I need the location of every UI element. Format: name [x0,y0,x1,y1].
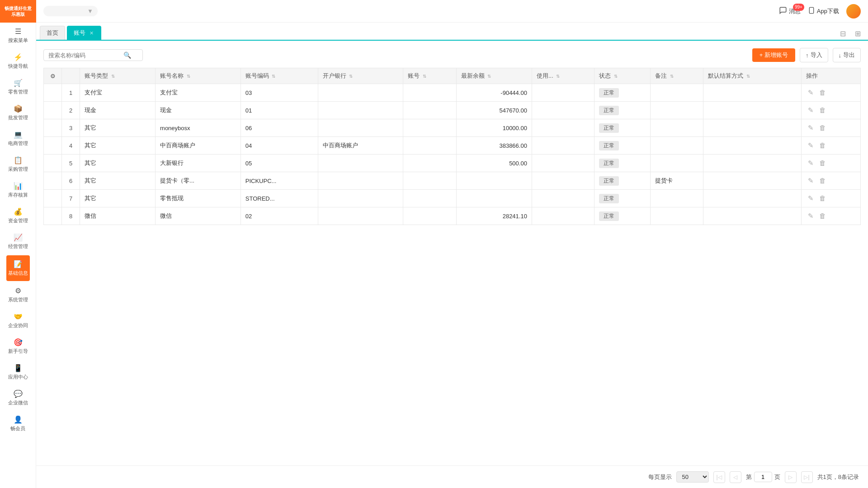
topbar-search-input[interactable] [49,8,85,14]
business-manage-icon: 📈 [14,233,23,242]
row-settings-3 [44,137,62,155]
add-account-button[interactable]: + 新增账号 [752,48,795,62]
sidebar-item-search-menu[interactable]: ☰搜索菜单 [5,23,32,48]
page-first-button[interactable]: |◁ [713,471,725,483]
row-code-3: 04 [241,137,318,155]
col-settings[interactable]: ⚙ [44,68,62,84]
row-name-7: 微信 [156,207,241,225]
edit-button-6[interactable]: ✎ [806,193,816,203]
row-settings-1 [44,102,62,119]
sidebar-item-system-manage[interactable]: ⚙系统管理 [5,282,32,308]
sidebar-item-stock-calc[interactable]: 📊库存核算 [5,177,32,203]
sidebar-item-ecommerce-manage[interactable]: 💻电商管理 [5,126,32,151]
page-last-button[interactable]: ▷| [801,471,813,483]
export-button[interactable]: ↓ 导出 [833,48,861,62]
newbie-guide-label: 新手引导 [8,348,28,355]
row-action-0: ✎ 🗑 [802,84,861,102]
total-info: 共1页，8条记录 [817,473,859,481]
topbar-dropdown-icon[interactable]: ▼ [87,8,93,14]
sidebar-item-wholesale-manage[interactable]: 📦批发管理 [5,100,32,126]
row-default-payment-3 [703,137,802,155]
row-default-payment-4 [703,155,802,172]
topbar-left: ▼ [43,6,98,16]
delete-button-3[interactable]: 🗑 [817,141,828,150]
delete-button-4[interactable]: 🗑 [817,158,828,168]
edit-button-0[interactable]: ✎ [806,88,816,98]
tab-minimize-button[interactable]: ⊟ [836,28,849,40]
page-next-button[interactable]: ▷ [785,471,797,483]
tab-maximize-button[interactable]: ⊞ [851,28,864,40]
search-icon[interactable]: 🔍 [123,52,131,59]
row-action-7: ✎ 🗑 [802,207,861,225]
row-num-1: 2 [62,102,80,119]
delete-button-0[interactable]: 🗑 [817,88,828,97]
col-code[interactable]: 账号编码 ⇅ [241,68,318,84]
edit-button-1[interactable]: ✎ [806,105,816,115]
account-search-input[interactable] [48,52,121,59]
tab-account[interactable]: 账号✕ [67,26,101,40]
sidebar-item-business-manage[interactable]: 📈经营管理 [5,229,32,254]
sidebar-item-quick-nav[interactable]: ⚡快捷导航 [5,48,32,74]
edit-button-3[interactable]: ✎ [806,141,816,150]
message-button[interactable]: 消息 99+ [779,6,801,16]
import-button[interactable]: ↑ 导入 [800,48,828,62]
col-type[interactable]: 账号类型 ⇅ [80,68,156,84]
sidebar-item-app-center[interactable]: 📱应用中心 [5,359,32,385]
row-remark-4 [650,155,703,172]
row-remark-7 [650,207,703,225]
row-code-7: 02 [241,207,318,225]
sidebar-item-newbie-guide[interactable]: 🎯新手引导 [5,333,32,359]
tab-home[interactable]: 首页 [40,26,65,40]
col-bank[interactable]: 开户银行 ⇅ [318,68,403,84]
edit-button-5[interactable]: ✎ [806,176,816,186]
sidebar-item-basic-info[interactable]: 📝基础信息 [6,255,30,281]
row-usage-7 [532,207,594,225]
col-balance[interactable]: 最新余额 ⇅ [456,68,532,84]
message-icon [779,6,787,16]
sidebar-item-purchase-manage[interactable]: 📋采购管理 [5,151,32,177]
row-account-4 [403,155,456,172]
page-input[interactable] [754,472,772,482]
row-usage-3 [532,137,594,155]
row-action-5: ✎ 🗑 [802,172,861,190]
row-code-0: 03 [241,84,318,102]
sidebar-item-enterprise-wechat[interactable]: 💬企业微信 [5,385,32,411]
edit-button-4[interactable]: ✎ [806,158,816,168]
edit-button-7[interactable]: ✎ [806,211,816,221]
col-remark[interactable]: 备注 ⇅ [650,68,703,84]
col-account[interactable]: 账号 ⇅ [403,68,456,84]
row-bank-0 [318,84,403,102]
app-download-button[interactable]: App下载 [808,7,839,15]
per-page-select[interactable]: 50 20 100 [676,471,709,483]
delete-button-1[interactable]: 🗑 [817,105,828,115]
col-status[interactable]: 状态 ⇅ [594,68,651,84]
row-remark-1 [650,102,703,119]
user-avatar[interactable] [846,4,861,19]
row-name-0: 支付宝 [156,84,241,102]
account-search-box[interactable]: 🔍 [43,49,143,61]
delete-button-5[interactable]: 🗑 [817,176,828,185]
app-logo[interactable]: 畅捷通好生意 乐惠版 [0,0,36,23]
col-name[interactable]: 账号名称 ⇅ [156,68,241,84]
page-input-wrap: 第 页 [746,472,780,482]
topbar-search-box[interactable]: ▼ [43,6,98,16]
row-num-3: 4 [62,137,80,155]
enterprise-wechat-icon: 💬 [14,389,23,398]
col-default-payment[interactable]: 默认结算方式 ⇅ [703,68,802,84]
sidebar-item-retail-manage[interactable]: 🛒零售管理 [5,74,32,100]
page-prev-button[interactable]: ◁ [730,471,741,483]
delete-button-7[interactable]: 🗑 [817,211,828,221]
delete-button-2[interactable]: 🗑 [817,123,828,132]
tab-account-close[interactable]: ✕ [88,30,94,36]
finance-manage-icon: 💰 [14,207,23,216]
sidebar-item-finance-manage[interactable]: 💰资金管理 [5,203,32,229]
col-usage[interactable]: 使用... ⇅ [532,68,594,84]
row-status-2: 正常 [594,119,651,137]
row-settings-6 [44,190,62,207]
delete-button-6[interactable]: 🗑 [817,193,828,203]
sidebar-item-member[interactable]: 👤畅会员 [5,411,32,436]
sidebar-item-enterprise-protocol[interactable]: 🤝企业协同 [5,308,32,333]
row-status-0: 正常 [594,84,651,102]
message-badge: 99+ [793,4,804,11]
edit-button-2[interactable]: ✎ [806,123,816,133]
